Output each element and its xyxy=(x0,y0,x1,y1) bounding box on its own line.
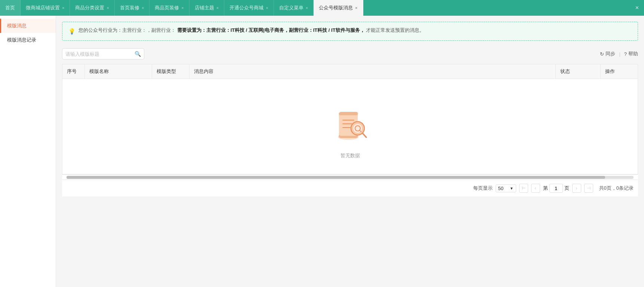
tab-product-category[interactable]: 商品分类设置 × xyxy=(70,0,114,16)
col-type: 模版类型 xyxy=(152,64,189,79)
tab-product-category-label: 商品分类设置 xyxy=(75,4,104,11)
sync-label: 同步 xyxy=(606,51,615,57)
empty-illustration xyxy=(328,101,373,146)
close-tab-shop-theme[interactable]: × xyxy=(216,6,219,10)
col-content: 消息内容 xyxy=(189,64,556,79)
close-tab-wechat-shop[interactable]: × xyxy=(62,6,64,10)
notice-icon: 💡 xyxy=(68,27,76,36)
main-layout: 模版消息 模版消息记录 💡 您的公众号行业为：主营行业：，副营行业： 需要设置为… xyxy=(0,16,644,287)
chevron-down-icon: ▼ xyxy=(510,186,514,190)
search-actions: ↻ 同步 | ? 帮助 xyxy=(600,51,638,57)
horizontal-scrollbar[interactable] xyxy=(62,174,638,180)
data-table: 序号 模版名称 模版类型 消息内容 状态 操作 xyxy=(62,64,638,174)
search-input-wrapper: 🔍 xyxy=(62,48,144,59)
content-area: 💡 您的公众号行业为：主营行业：，副营行业： 需要设置为：主营行业：IT科技 /… xyxy=(56,16,644,287)
table-header-row: 序号 模版名称 模版类型 消息内容 状态 操作 xyxy=(62,64,638,79)
sidebar-item-template-message-record-label: 模版消息记录 xyxy=(7,37,36,43)
close-tab-product-page-decor[interactable]: × xyxy=(181,6,184,10)
empty-text: 暂无数据 xyxy=(341,152,360,159)
tab-open-official[interactable]: 开通公众号商城 × xyxy=(224,0,274,16)
page-size-value: 50 xyxy=(498,186,503,191)
tab-homepage-decor[interactable]: 首页装修 × xyxy=(115,0,150,16)
total-info: 共0页，0条记录 xyxy=(599,185,634,192)
tab-homepage-decor-label: 首页装修 xyxy=(120,4,139,11)
page-size-select[interactable]: 50 ▼ xyxy=(496,184,516,192)
page-label-before: 第 xyxy=(543,185,548,192)
scrollbar-thumb[interactable] xyxy=(67,176,605,179)
col-name: 模版名称 xyxy=(85,64,152,79)
pagination: 每页显示 50 ▼ ⊢ ‹ 第 页 › ⊣ 共0页，0条记录 xyxy=(62,180,638,196)
search-bar: 🔍 ↻ 同步 | ? 帮助 xyxy=(62,48,638,59)
tab-template-msg[interactable]: 公众号模版消息 × xyxy=(314,0,363,16)
tab-custom-menu-label: 自定义菜单 xyxy=(279,4,303,11)
divider: | xyxy=(619,51,620,57)
tab-open-official-label: 开通公众号商城 xyxy=(229,4,264,11)
sidebar: 模版消息 模版消息记录 xyxy=(0,16,56,287)
sidebar-item-template-message-record[interactable]: 模版消息记录 xyxy=(0,33,56,47)
first-page-button[interactable]: ⊢ xyxy=(519,184,528,193)
help-label: 帮助 xyxy=(628,51,638,57)
sidebar-item-template-message[interactable]: 模版消息 xyxy=(0,19,56,33)
col-status: 状态 xyxy=(556,64,601,79)
tab-shop-theme[interactable]: 店铺主题 × xyxy=(189,0,224,16)
close-tab-homepage-decor[interactable]: × xyxy=(142,6,144,10)
close-tab-product-category[interactable]: × xyxy=(107,6,109,10)
tab-custom-menu[interactable]: 自定义菜单 × xyxy=(274,0,314,16)
tab-wechat-shop[interactable]: 微商城店铺设置 × xyxy=(21,0,70,16)
search-icon-button[interactable]: 🔍 xyxy=(135,51,141,57)
tab-home-label: 首页 xyxy=(5,4,15,11)
svg-line-6 xyxy=(363,133,366,137)
empty-state: 暂无数据 xyxy=(62,79,638,174)
prev-page-button[interactable]: ‹ xyxy=(531,184,540,193)
search-input[interactable] xyxy=(65,51,135,57)
top-nav: 首页 微商城店铺设置 × 商品分类设置 × 首页装修 × 商品页装修 × 店铺主… xyxy=(0,0,644,16)
tab-home[interactable]: 首页 xyxy=(0,0,21,16)
notice-text: 您的公众号行业为：主营行业：，副营行业： 需要设置为：主营行业：IT科技 / 互… xyxy=(78,27,424,34)
scrollbar-track xyxy=(67,176,634,179)
close-tab-custom-menu[interactable]: × xyxy=(306,6,308,10)
close-all-button[interactable]: × xyxy=(630,0,644,16)
close-tab-template-msg[interactable]: × xyxy=(355,6,357,10)
sync-button[interactable]: ↻ 同步 xyxy=(600,51,615,57)
col-index: 序号 xyxy=(62,64,85,79)
page-number-input[interactable] xyxy=(549,184,563,193)
help-button[interactable]: ? 帮助 xyxy=(624,51,638,57)
tab-template-msg-label: 公众号模版消息 xyxy=(319,4,353,11)
close-tab-open-official[interactable]: × xyxy=(266,6,268,10)
sync-icon: ↻ xyxy=(600,51,604,57)
tab-wechat-shop-label: 微商城店铺设置 xyxy=(26,4,60,11)
last-page-button[interactable]: ⊣ xyxy=(584,184,593,193)
tab-shop-theme-label: 店铺主题 xyxy=(195,4,214,11)
notice-highlight: 需要设置为：主营行业：IT科技 / 互联网|电子商务，副营行业：IT科技 / I… xyxy=(177,27,365,33)
page-label-after: 页 xyxy=(564,185,569,192)
page-input-wrap: 第 页 xyxy=(543,184,569,193)
tab-product-page-decor-label: 商品页装修 xyxy=(155,4,179,11)
next-page-button[interactable]: › xyxy=(572,184,581,193)
col-action: 操作 xyxy=(601,64,638,79)
notice-prefix: 您的公众号行业为：主营行业：，副营行业： xyxy=(78,27,176,33)
page-size-label: 每页显示 xyxy=(473,185,493,192)
sidebar-item-template-message-label: 模版消息 xyxy=(7,23,27,28)
notice-suffix: 才能正常发送预置的消息。 xyxy=(366,27,424,33)
notice-banner: 💡 您的公众号行业为：主营行业：，副营行业： 需要设置为：主营行业：IT科技 /… xyxy=(62,22,638,41)
tab-product-page-decor[interactable]: 商品页装修 × xyxy=(150,0,189,16)
help-icon: ? xyxy=(624,51,627,57)
